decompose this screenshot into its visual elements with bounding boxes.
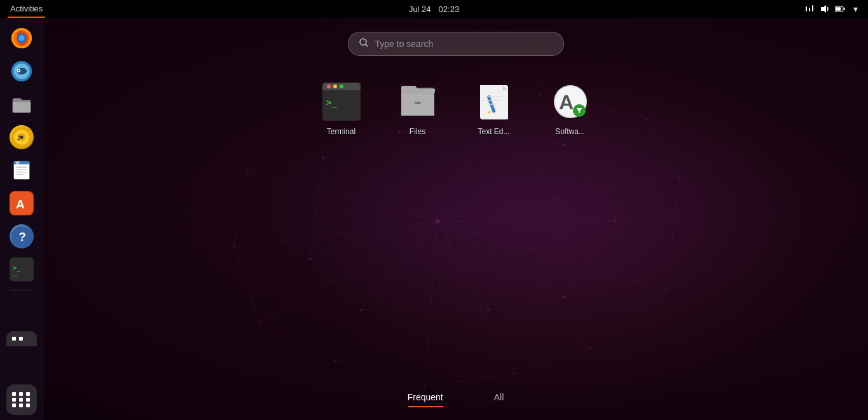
search-icon	[359, 37, 369, 50]
texteditor-app-icon	[474, 81, 514, 122]
svg-text:A: A	[559, 91, 574, 114]
terminal-app-label: Terminal	[327, 127, 355, 136]
dock-item-terminal[interactable]: _ >_	[6, 254, 37, 285]
svg-point-71	[18, 35, 24, 41]
svg-point-75	[17, 70, 19, 72]
dock-item-partial[interactable]	[6, 331, 37, 346]
texteditor-app-label: Text Ed...	[478, 127, 509, 136]
svg-rect-63	[812, 5, 813, 11]
svg-text:>_: >_	[326, 97, 337, 108]
files-app-label: Files	[410, 127, 425, 136]
dock-separator	[10, 290, 33, 290]
svg-point-102	[340, 85, 343, 88]
svg-marker-64	[821, 5, 826, 13]
dock-item-software-center[interactable]: A	[6, 188, 37, 219]
topbar-time: 02:23	[439, 4, 460, 14]
dock: ♪ W A ?	[0, 18, 43, 420]
svg-rect-105	[401, 94, 434, 116]
search-input[interactable]	[375, 39, 553, 49]
svg-rect-118	[579, 111, 580, 113]
svg-text:A: A	[16, 198, 25, 211]
svg-rect-106	[415, 102, 421, 104]
topbar-clock: Jul 24 02:23	[409, 4, 459, 14]
topbar-tray: ▾	[804, 4, 860, 14]
show-applications-button[interactable]	[6, 384, 37, 415]
svg-rect-62	[809, 8, 810, 11]
dock-item-thunderbird[interactable]	[6, 56, 37, 86]
files-app-icon	[397, 81, 438, 122]
bottom-tabs: Frequent All	[408, 392, 504, 407]
svg-text:>_: >_	[12, 264, 20, 272]
softwareupdater-app-icon: A	[550, 81, 591, 122]
app-item-text-editor[interactable]: Text Ed...	[469, 81, 520, 136]
svg-rect-67	[844, 8, 845, 10]
svg-point-100	[327, 85, 331, 88]
battery-tray-icon[interactable]	[835, 4, 845, 14]
dock-item-help[interactable]: ?	[6, 221, 37, 252]
dock-item-firefox[interactable]	[6, 23, 37, 53]
svg-text:W: W	[15, 161, 20, 165]
app-item-software-updater[interactable]: A Softwa...	[545, 81, 596, 136]
topbar-date: Jul 24	[409, 4, 431, 14]
main-content: >_ Terminal Files	[43, 18, 868, 420]
svg-line-96	[366, 44, 368, 46]
dock-partial-dots	[12, 337, 31, 341]
svg-rect-66	[836, 7, 841, 11]
svg-point-101	[333, 85, 337, 88]
tab-frequent[interactable]: Frequent	[408, 392, 443, 407]
search-container	[348, 32, 564, 56]
softwareupdater-app-label: Softwa...	[555, 127, 585, 136]
svg-text:?: ?	[18, 230, 26, 243]
svg-rect-61	[806, 6, 807, 11]
terminal-app-icon: >_	[321, 81, 362, 122]
activities-button[interactable]: Activities	[8, 0, 45, 18]
dock-item-rhythmbox[interactable]: ♪	[6, 122, 37, 152]
tray-menu-icon[interactable]: ▾	[850, 4, 860, 14]
app-item-files[interactable]: Files	[392, 81, 443, 136]
topbar: Activities Jul 24 02:23	[0, 0, 868, 18]
grid-dots-icon	[12, 392, 31, 407]
tab-all[interactable]: All	[494, 392, 504, 407]
app-item-terminal[interactable]: >_ Terminal	[316, 81, 367, 136]
dock-item-writer[interactable]: W	[6, 155, 37, 186]
svg-text:♪: ♪	[17, 132, 22, 142]
volume-tray-icon[interactable]	[820, 4, 830, 14]
network-tray-icon[interactable]	[804, 4, 815, 14]
app-grid: >_ Terminal Files	[316, 81, 596, 136]
dock-item-files[interactable]	[6, 89, 37, 119]
search-bar[interactable]	[348, 32, 564, 56]
